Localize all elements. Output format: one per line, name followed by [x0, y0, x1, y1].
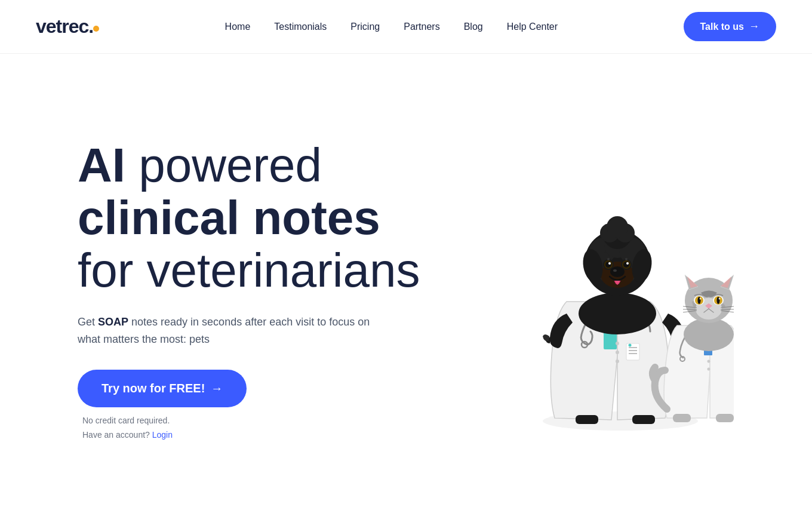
hero-ai-text: AI powered — [78, 139, 322, 192]
have-account-text: Have an account? Login — [82, 430, 436, 440]
svg-rect-67 — [576, 415, 598, 424]
hero-soap-text: SOAP — [98, 316, 128, 328]
try-free-label: Try now for FREE! — [102, 382, 205, 395]
nav-help-center[interactable]: Help Center — [507, 21, 558, 32]
login-link[interactable]: Login — [152, 430, 173, 440]
svg-point-4 — [616, 360, 619, 363]
hero-clinical-notes-text: clinical notes — [78, 192, 436, 244]
svg-point-28 — [623, 262, 629, 268]
vet-illustration-container — [507, 146, 734, 433]
hero-heading: AI powered clinical notes for veterinari… — [78, 139, 436, 297]
talk-to-us-arrow-icon: → — [749, 20, 759, 33]
svg-point-43 — [707, 367, 710, 370]
svg-point-7 — [579, 293, 656, 334]
logo-vet: vet — [36, 16, 61, 37]
logo[interactable]: vetrec. — [36, 16, 99, 38]
nav-testimonials[interactable]: Testimonials — [274, 21, 327, 32]
main-nav: Home Testimonials Pricing Partners Blog … — [225, 21, 558, 32]
logo-rec: rec. — [61, 16, 93, 37]
svg-rect-35 — [626, 343, 639, 360]
svg-point-2 — [616, 342, 619, 345]
svg-point-58 — [718, 297, 720, 299]
logo-dot-icon — [93, 26, 99, 32]
no-credit-text: No credit card required. — [82, 416, 436, 425]
vet-animals-illustration — [507, 146, 734, 433]
svg-point-42 — [707, 360, 710, 363]
nav-blog[interactable]: Blog — [464, 21, 483, 32]
svg-point-27 — [605, 262, 611, 268]
try-free-button[interactable]: Try now for FREE! → — [78, 370, 247, 407]
svg-point-30 — [626, 262, 629, 265]
logo-text: vetrec. — [36, 16, 99, 38]
svg-point-39 — [628, 343, 631, 346]
nav-partners[interactable]: Partners — [404, 21, 439, 32]
svg-point-29 — [608, 262, 611, 265]
talk-to-us-button[interactable]: Talk to us → — [684, 12, 777, 41]
svg-point-32 — [625, 258, 628, 260]
svg-rect-68 — [632, 415, 655, 424]
svg-point-19 — [607, 216, 628, 238]
svg-rect-66 — [716, 414, 734, 422]
hero-section: AI powered clinical notes for veterinari… — [0, 54, 812, 513]
svg-point-3 — [616, 351, 619, 354]
talk-to-us-label: Talk to us — [700, 21, 745, 32]
svg-point-22 — [613, 269, 617, 272]
svg-rect-65 — [673, 414, 691, 422]
header: vetrec. Home Testimonials Pricing Partne… — [0, 0, 812, 54]
try-free-arrow-icon: → — [211, 382, 223, 395]
nav-pricing[interactable]: Pricing — [350, 21, 380, 32]
nav-home[interactable]: Home — [225, 21, 251, 32]
hero-subtext: Get SOAP notes ready in seconds after ea… — [78, 314, 388, 348]
svg-point-57 — [699, 297, 701, 299]
hero-content: AI powered clinical notes for veterinari… — [78, 139, 436, 440]
hero-for-vets-text: for veterinarians — [78, 244, 436, 297]
svg-point-31 — [607, 258, 610, 260]
hero-illustration — [476, 146, 764, 433]
